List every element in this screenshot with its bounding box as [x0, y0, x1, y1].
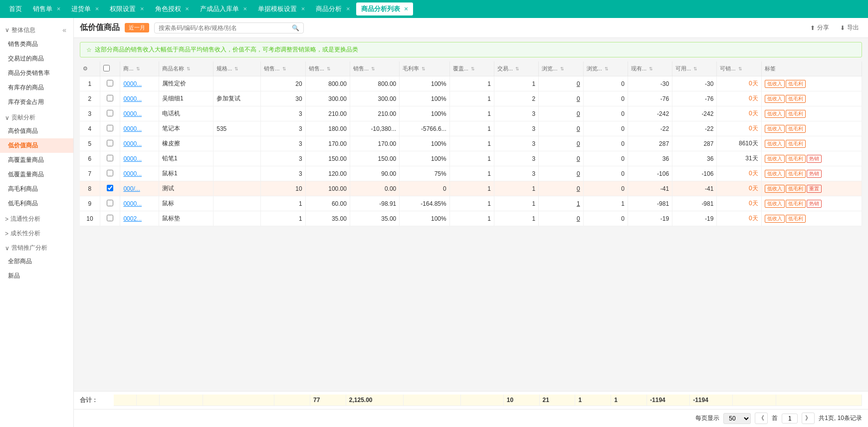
row-checkbox-cell[interactable] — [100, 166, 120, 181]
sidebar-item-category-sales[interactable]: 商品分类销售率 — [0, 66, 73, 80]
row-current-stock: -19 — [628, 211, 672, 226]
row-views1[interactable]: 0 — [539, 136, 583, 151]
row-checkbox-cell[interactable] — [100, 151, 120, 166]
row-views1[interactable]: 0 — [539, 121, 583, 136]
nav-roles[interactable]: 角色授权 × — [150, 2, 194, 15]
row-checkbox[interactable] — [107, 185, 113, 191]
col-coverage: 覆盖... ⇅ — [449, 61, 494, 76]
row-saleable: 0天 — [717, 196, 761, 211]
time-range-tag[interactable]: 近一月 — [125, 23, 149, 32]
main-layout: ∨ 整体信息 « 销售类商品 交易过的商品 商品分类销售率 有库存的商品 库存资… — [0, 18, 868, 427]
sidebar-item-low-value[interactable]: 低价值商品 — [0, 138, 73, 153]
row-spec: 535 — [214, 121, 261, 136]
row-code: 0002... — [120, 211, 159, 226]
current-page-input[interactable] — [782, 414, 798, 424]
next-page-btn[interactable]: 》 — [802, 413, 815, 424]
row-code: 0000... — [120, 106, 159, 121]
row-tags: 低收入低毛利 — [761, 121, 862, 136]
row-checkbox[interactable] — [107, 155, 113, 161]
row-checkbox-cell[interactable] — [100, 121, 120, 136]
select-all-checkbox[interactable] — [103, 65, 110, 71]
row-current-stock: 36 — [628, 151, 672, 166]
row-checkbox-cell[interactable] — [100, 136, 120, 151]
row-checkbox[interactable] — [107, 125, 113, 131]
row-views1[interactable]: 0 — [539, 181, 583, 196]
sidebar-item-sales-products[interactable]: 销售类商品 — [0, 37, 73, 51]
row-views1[interactable]: 0 — [539, 151, 583, 166]
sidebar-collapse-overall[interactable]: « — [60, 25, 68, 35]
row-views1[interactable]: 0 — [539, 211, 583, 226]
nav-analysis[interactable]: 商品分析 × — [311, 2, 355, 15]
row-views2: 0 — [583, 166, 628, 181]
row-views1[interactable]: 1 — [539, 196, 583, 211]
row-checkbox-cell[interactable] — [100, 196, 120, 211]
row-checkbox-cell[interactable] — [100, 211, 120, 226]
page-size-select[interactable]: 50 100 200 — [723, 413, 751, 424]
row-checkbox[interactable] — [107, 110, 113, 116]
sidebar-item-low-margin[interactable]: 低毛利商品 — [0, 196, 73, 211]
nav-permissions[interactable]: 权限设置 × — [105, 2, 149, 15]
row-checkbox[interactable] — [107, 200, 113, 206]
sidebar-section-marketing[interactable]: ∨ 营销推广分析 — [0, 240, 73, 254]
row-spec — [214, 76, 261, 91]
row-saleable: 0天 — [717, 166, 761, 181]
row-num: 6 — [80, 151, 100, 166]
product-tag: 低收入 — [765, 80, 785, 88]
row-views1[interactable]: 0 — [539, 166, 583, 181]
row-current-stock: -22 — [628, 121, 672, 136]
sidebar-item-stock-products[interactable]: 有库存的商品 — [0, 80, 73, 95]
row-views1[interactable]: 0 — [539, 76, 583, 91]
export-button[interactable]: ⬇ 导出 — [837, 22, 862, 33]
alert-bar: ☆ 这部分商品的销售收入大幅低于商品平均销售收入，价值不高，可考虑调整营销策略，… — [80, 42, 862, 57]
row-checkbox-cell[interactable] — [100, 76, 120, 91]
row-checkbox-cell[interactable] — [100, 181, 120, 196]
sidebar-item-high-coverage[interactable]: 高覆盖量商品 — [0, 153, 73, 167]
row-saleable: 0天 — [717, 76, 761, 91]
sidebar-item-high-margin[interactable]: 高毛利商品 — [0, 182, 73, 196]
sidebar-section-overall[interactable]: ∨ 整体信息 « — [0, 21, 73, 37]
row-sale-profit: 35.00 — [350, 211, 399, 226]
sidebar-section-circulation[interactable]: > 流通性分析 — [0, 211, 73, 225]
row-views2: 0 — [583, 136, 628, 151]
sidebar-item-high-value[interactable]: 高价值商品 — [0, 124, 73, 138]
row-checkbox[interactable] — [107, 170, 113, 176]
row-coverage: 1 — [449, 181, 494, 196]
row-margin: 100% — [400, 106, 449, 121]
sidebar-section-growth[interactable]: > 成长性分析 — [0, 225, 73, 240]
sidebar-item-traded-products[interactable]: 交易过的商品 — [0, 51, 73, 66]
row-checkbox[interactable] — [107, 140, 113, 146]
nav-template[interactable]: 单据模板设置 × — [253, 2, 310, 15]
nav-purchase[interactable]: 进货单 × — [66, 2, 104, 15]
row-checkbox-cell[interactable] — [100, 91, 120, 106]
col-settings[interactable]: ⚙ — [80, 61, 100, 76]
sidebar-item-all-products[interactable]: 全部商品 — [0, 254, 73, 269]
nav-product-in[interactable]: 产成品入库单 × — [195, 2, 252, 15]
row-code: 0000... — [120, 91, 159, 106]
search-icon[interactable]: 🔍 — [292, 24, 299, 31]
row-checkbox[interactable] — [107, 80, 113, 86]
product-tag: 低毛利 — [786, 170, 806, 178]
row-sale-qty: 10 — [261, 181, 305, 196]
first-page-btn[interactable]: 《 — [755, 413, 768, 424]
search-input[interactable] — [159, 24, 289, 31]
totals-label: 合计： — [80, 396, 110, 405]
row-checkbox-cell[interactable] — [100, 106, 120, 121]
sidebar-section-contribution[interactable]: ∨ 贡献分析 — [0, 109, 73, 124]
row-checkbox[interactable] — [107, 215, 113, 221]
product-tag: 低收入 — [765, 95, 785, 103]
sidebar-item-new-products[interactable]: 新品 — [0, 269, 73, 283]
row-current-stock: -981 — [628, 196, 672, 211]
sidebar-item-stock-capital[interactable]: 库存资金占用 — [0, 95, 73, 109]
nav-analysis-list[interactable]: 商品分析列表 × — [356, 2, 413, 15]
row-sale-profit: 170.00 — [350, 136, 399, 151]
sidebar-item-low-coverage[interactable]: 低覆盖量商品 — [0, 167, 73, 182]
row-spec — [214, 136, 261, 151]
row-views1[interactable]: 0 — [539, 91, 583, 106]
row-checkbox[interactable] — [107, 95, 113, 101]
row-views1[interactable]: 0 — [539, 106, 583, 121]
product-tag: 低毛利 — [786, 110, 806, 118]
nav-home[interactable]: 首页 — [4, 2, 27, 15]
share-button[interactable]: ⬆ 分享 — [807, 22, 832, 33]
nav-sales[interactable]: 销售单 × — [28, 2, 65, 15]
row-spec — [214, 166, 261, 181]
